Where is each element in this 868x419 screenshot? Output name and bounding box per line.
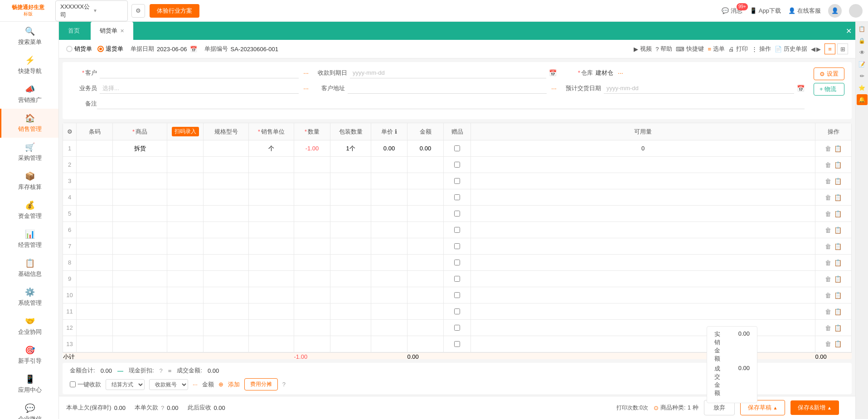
row-unit[interactable]: [249, 206, 294, 222]
row-unit[interactable]: [249, 238, 294, 255]
scan-input-button[interactable]: 扫码录入: [172, 127, 199, 136]
grid-view-btn[interactable]: ⊞: [837, 43, 848, 54]
delete-row-icon[interactable]: 🗑: [825, 292, 831, 299]
row-barcode[interactable]: [77, 303, 113, 320]
row-pkg-qty[interactable]: [330, 189, 371, 206]
sidebar-item-operations[interactable]: 📊 经营管理: [0, 225, 58, 254]
row-product[interactable]: [113, 222, 167, 238]
row-qty[interactable]: [294, 271, 330, 287]
row-product[interactable]: [113, 255, 167, 271]
row-barcode[interactable]: [77, 336, 113, 352]
delete-row-icon[interactable]: 🗑: [825, 275, 831, 283]
row-qty[interactable]: [294, 173, 330, 189]
avatar[interactable]: 👤: [828, 4, 842, 18]
row-qty[interactable]: [294, 255, 330, 271]
row-unit[interactable]: [249, 173, 294, 189]
row-spec[interactable]: [204, 140, 249, 157]
logistics-button[interactable]: + 物流: [814, 83, 844, 96]
row-price[interactable]: [371, 287, 407, 303]
row-price[interactable]: [371, 206, 407, 222]
right-tool-6[interactable]: ⭐: [857, 82, 868, 93]
row-pkg-qty[interactable]: [330, 238, 371, 255]
copy-row-icon[interactable]: 📋: [834, 275, 842, 283]
copy-row-icon[interactable]: 📋: [834, 161, 842, 169]
row-amount[interactable]: [407, 157, 444, 173]
expected-date-input[interactable]: [604, 83, 794, 94]
sidebar-item-quick-nav[interactable]: ⚡ 快捷导航: [0, 51, 58, 80]
row-product[interactable]: [113, 271, 167, 287]
row-gift[interactable]: [444, 238, 471, 255]
sidebar-item-search[interactable]: 🔍 搜索菜单: [0, 22, 58, 51]
sidebar-item-enterprise[interactable]: 🤝 企业协同: [0, 312, 58, 341]
tab-sales-order[interactable]: 销货单 ✕: [91, 22, 133, 40]
row-unit[interactable]: [249, 271, 294, 287]
copy-row-icon[interactable]: 📋: [834, 324, 842, 332]
row-gift[interactable]: [444, 206, 471, 222]
row-amount[interactable]: [407, 173, 444, 189]
sidebar-item-purchase[interactable]: 🛒 采购管理: [0, 138, 58, 167]
row-product[interactable]: [113, 173, 167, 189]
row-amount[interactable]: [407, 206, 444, 222]
fee-split-button[interactable]: 费用分摊: [244, 378, 278, 390]
sidebar-item-sales[interactable]: 🏠 销售管理: [0, 109, 58, 138]
row-amount[interactable]: [407, 189, 444, 206]
company-selector[interactable]: XXXXXX公司 ▼: [55, 0, 128, 21]
delete-row-icon[interactable]: 🗑: [825, 178, 831, 185]
row-price[interactable]: [371, 320, 407, 336]
row-spec[interactable]: [204, 271, 249, 287]
one-click-checkbox[interactable]: 一键收款: [70, 380, 101, 389]
note-input[interactable]: [97, 98, 805, 109]
copy-row-icon[interactable]: 📋: [834, 243, 842, 250]
row-amount[interactable]: [407, 255, 444, 271]
row-spec[interactable]: [204, 320, 249, 336]
copy-row-icon[interactable]: 📋: [834, 178, 842, 185]
row-spec[interactable]: [204, 157, 249, 173]
online-service-button[interactable]: 👤 在线客服: [788, 7, 821, 15]
row-spec[interactable]: [204, 255, 249, 271]
addr-dots-icon[interactable]: ···: [551, 85, 557, 92]
row-barcode[interactable]: [77, 157, 113, 173]
row-amount[interactable]: [407, 271, 444, 287]
row-gift[interactable]: [444, 336, 471, 352]
sidebar-item-basic[interactable]: 📋 基础信息: [0, 254, 58, 283]
row-product[interactable]: [113, 157, 167, 173]
operation-btn[interactable]: ⋮ 操作: [752, 45, 771, 53]
row-qty[interactable]: [294, 206, 330, 222]
video-btn[interactable]: ▶ 视频: [634, 45, 652, 53]
right-tool-7[interactable]: 🔔: [857, 94, 868, 105]
row-unit[interactable]: [249, 157, 294, 173]
row-gift[interactable]: [444, 189, 471, 206]
row-amount[interactable]: [407, 287, 444, 303]
row-pkg-qty[interactable]: [330, 206, 371, 222]
row-product[interactable]: [113, 189, 167, 206]
row-qty[interactable]: [294, 320, 330, 336]
row-gift[interactable]: [444, 140, 471, 157]
sidebar-item-marketing[interactable]: 📣 营销推广: [0, 80, 58, 109]
select-btn[interactable]: ≡ 选单: [708, 45, 725, 53]
row-gift[interactable]: [444, 320, 471, 336]
close-tab-icon[interactable]: ✕: [120, 28, 124, 34]
row-price[interactable]: [371, 271, 407, 287]
row-amount[interactable]: [407, 303, 444, 320]
row-amount[interactable]: [407, 238, 444, 255]
row-qty[interactable]: [294, 140, 330, 157]
row-qty[interactable]: [294, 287, 330, 303]
row-barcode[interactable]: [77, 320, 113, 336]
discount-question-icon[interactable]: ?: [160, 367, 163, 374]
row-qty[interactable]: [294, 189, 330, 206]
copy-row-icon[interactable]: 📋: [834, 210, 842, 217]
sidebar-item-app[interactable]: 📱 应用中心: [0, 370, 58, 399]
delete-row-icon[interactable]: 🗑: [825, 340, 831, 347]
sidebar-item-finance[interactable]: 💰 资金管理: [0, 196, 58, 225]
add-icon[interactable]: ⊕: [218, 381, 223, 388]
row-price[interactable]: [371, 303, 407, 320]
sidebar-item-system[interactable]: ⚙️ 系统管理: [0, 283, 58, 312]
row-barcode[interactable]: [77, 287, 113, 303]
delete-row-icon[interactable]: 🗑: [825, 324, 831, 332]
row-amount[interactable]: [407, 222, 444, 238]
salesperson-input[interactable]: [100, 83, 299, 94]
delete-row-icon[interactable]: 🗑: [825, 194, 831, 201]
col-scan[interactable]: 扫码录入: [167, 123, 204, 140]
delete-row-icon[interactable]: 🗑: [825, 210, 831, 217]
row-pkg-qty[interactable]: [330, 271, 371, 287]
